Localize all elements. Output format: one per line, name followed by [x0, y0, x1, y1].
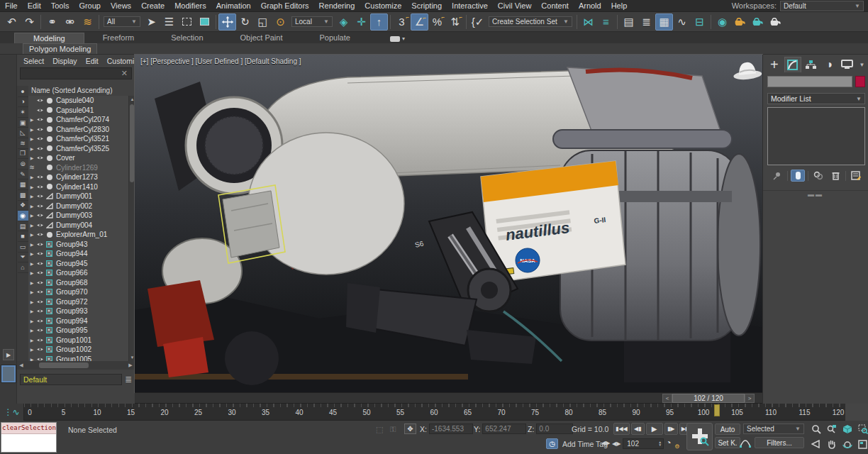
display-frozen-icon[interactable]: ▤ — [18, 221, 28, 232]
select-and-scale-icon[interactable]: ◱ — [254, 13, 272, 31]
expand-arrow-icon[interactable]: ▶ — [28, 261, 35, 266]
window-crossing-icon[interactable] — [196, 13, 213, 31]
layer-color-swatch[interactable] — [1, 365, 16, 382]
menu-rendering[interactable]: Rendering — [314, 1, 360, 11]
menu-customize[interactable]: Customize — [360, 1, 406, 11]
selection-lock-region-icon[interactable]: ⬚ — [376, 425, 383, 434]
menu-tools[interactable]: Tools — [46, 1, 74, 11]
scene-explorer-row[interactable]: ▶Cylinder1410 — [28, 182, 135, 192]
next-frame-button[interactable]: ▮▶ — [664, 423, 678, 435]
y-coordinate-field[interactable]: 652.247 — [482, 423, 526, 434]
scene-explorer-row[interactable]: ▶Dummy003 — [28, 211, 135, 221]
zoom-extents-icon[interactable] — [840, 422, 855, 436]
bind-to-space-warp-icon[interactable]: ≋ — [79, 13, 96, 31]
expand-arrow-icon[interactable]: ▶ — [28, 194, 35, 199]
configure-modifier-sets-icon[interactable] — [849, 170, 863, 182]
visibility-eye-icon[interactable] — [35, 108, 45, 113]
expand-arrow-icon[interactable]: ▶ — [28, 175, 35, 179]
visibility-eye-icon[interactable] — [35, 289, 45, 294]
display-visibility-icon[interactable]: ◉ — [18, 211, 28, 221]
redo-icon[interactable]: ↷ — [21, 13, 38, 31]
key-filters-button[interactable]: Filters... — [755, 437, 804, 448]
visibility-eye-icon[interactable] — [35, 347, 45, 352]
select-and-rotate-icon[interactable]: ↻ — [236, 13, 254, 31]
menu-help[interactable]: Help — [606, 1, 633, 11]
previous-frame-arrow[interactable]: < — [662, 394, 672, 403]
menu-create[interactable]: Create — [136, 1, 169, 11]
add-time-tag[interactable]: ◷ Add Time Tag — [546, 438, 608, 449]
visibility-eye-icon[interactable] — [35, 136, 45, 141]
expand-arrow-icon[interactable]: ▶ — [28, 127, 35, 132]
expand-arrow-icon[interactable]: ▶ — [28, 155, 35, 160]
scene-explorer-row[interactable]: ▶Group995 — [28, 326, 135, 336]
visibility-eye-icon[interactable] — [35, 242, 45, 247]
expand-arrow-icon[interactable]: ▶ — [28, 223, 35, 228]
render-production-icon[interactable] — [767, 13, 784, 31]
absolute-mode-transform-icon[interactable]: ✥ — [404, 423, 416, 434]
scroll-down-icon[interactable]: ▼ — [129, 354, 135, 361]
selection-filter-dropdown[interactable]: All▼ — [104, 16, 140, 27]
expand-arrow-icon[interactable]: ▶ — [28, 347, 35, 352]
expand-arrow-icon[interactable]: ▶ — [28, 213, 35, 218]
expand-arrow-icon[interactable]: ▶ — [28, 328, 35, 333]
visibility-eye-icon[interactable] — [35, 213, 45, 218]
go-to-start-button[interactable]: ▮◀◀ — [613, 423, 630, 435]
filter-spacewarps-icon[interactable]: ≋ — [18, 138, 28, 149]
expand-arrow-icon[interactable]: ▶ — [28, 299, 35, 304]
schematic-view-icon[interactable]: ⊟ — [691, 13, 708, 31]
show-end-result-icon[interactable] — [791, 170, 805, 182]
visibility-eye-icon[interactable] — [35, 280, 45, 285]
scroll-right-icon[interactable]: ▶ — [126, 362, 135, 368]
search-input[interactable] — [21, 70, 118, 77]
visibility-eye-icon[interactable] — [35, 251, 45, 256]
filter-materials-icon[interactable]: ▦ — [18, 179, 28, 190]
key-mode-toggle-icon[interactable]: ◀▶ — [612, 441, 621, 447]
render-setup-icon[interactable] — [731, 13, 749, 31]
tab-hierarchy-icon[interactable] — [803, 57, 820, 72]
tab-modify-icon[interactable] — [784, 57, 801, 72]
scene-explorer-row[interactable]: ≋Cylinder1269 — [28, 163, 135, 173]
visibility-eye-icon[interactable] — [35, 309, 45, 314]
scene-explorer-row[interactable]: ▶ChamferCyl3521 — [28, 134, 135, 144]
toggle-ribbon-icon[interactable]: ▦ — [655, 13, 673, 31]
scene-explorer-row[interactable]: ▶Group1002 — [28, 345, 135, 355]
scene-explorer-row[interactable]: ▶Group972 — [28, 297, 135, 307]
rendered-frame-window-icon[interactable] — [749, 13, 767, 31]
scroll-up-icon[interactable]: ▲ — [129, 96, 135, 103]
mini-curve-editor-icon[interactable]: ⋮∿ — [0, 404, 24, 421]
expand-arrow-icon[interactable]: ▶ — [28, 280, 35, 285]
time-tag-spinner-icon[interactable]: ◀▶ — [601, 440, 610, 446]
filter-helpers-icon[interactable]: ◺ — [18, 128, 28, 138]
scene-explorer-row[interactable]: ▶Cover — [28, 153, 135, 163]
visibility-eye-icon[interactable] — [35, 146, 45, 151]
expand-arrow-icon[interactable]: ▶ — [28, 136, 35, 141]
unlink-selection-icon[interactable]: ⚮ — [61, 13, 79, 31]
visibility-eye-icon[interactable] — [35, 232, 45, 237]
keyboard-shortcut-override-icon[interactable]: ↑ — [370, 13, 388, 31]
perspective-viewport[interactable]: [+] [Perspective ] [User Defined ] [Defa… — [135, 55, 762, 392]
expand-arrow-icon[interactable]: ▶ — [28, 289, 35, 294]
expand-arrow-icon[interactable]: ▶ — [28, 270, 35, 275]
tab-selection[interactable]: Selection — [152, 33, 221, 43]
rectangular-selection-region-icon[interactable] — [178, 13, 196, 31]
viewport-label[interactable]: [+] [Perspective ] [User Defined ] [Defa… — [140, 57, 301, 65]
expand-arrow-icon[interactable]: ▶ — [28, 232, 35, 237]
pan-hand-icon[interactable] — [824, 437, 839, 451]
pick-filter-icon[interactable]: ⌂ — [18, 262, 28, 273]
scene-explorer-row[interactable]: ▶Group1001 — [28, 336, 135, 345]
reference-coordinate-dropdown[interactable]: Local▼ — [291, 16, 333, 27]
tab-display-icon[interactable] — [839, 57, 856, 72]
sort-filter-icon[interactable]: ▭ — [18, 242, 28, 253]
align-icon[interactable]: ≡ — [597, 13, 615, 31]
scene-explorer-row[interactable]: ▶ExplorerArm_01 — [28, 230, 135, 240]
expand-arrow-icon[interactable]: ▶ — [28, 251, 35, 256]
visibility-eye-icon[interactable] — [35, 338, 45, 343]
filter-shapes-icon[interactable]: ◑ — [18, 97, 28, 108]
menu-content[interactable]: Content — [536, 1, 574, 11]
visibility-eye-icon[interactable] — [35, 194, 45, 199]
menu-views[interactable]: Views — [106, 1, 136, 11]
visibility-eye-icon[interactable] — [35, 204, 45, 209]
scene-explorer-row[interactable]: ▶Group966 — [28, 268, 135, 278]
current-frame-field[interactable]: 102 ▲▼ — [623, 438, 664, 449]
expand-arrow-icon[interactable]: ▶ — [28, 184, 35, 189]
